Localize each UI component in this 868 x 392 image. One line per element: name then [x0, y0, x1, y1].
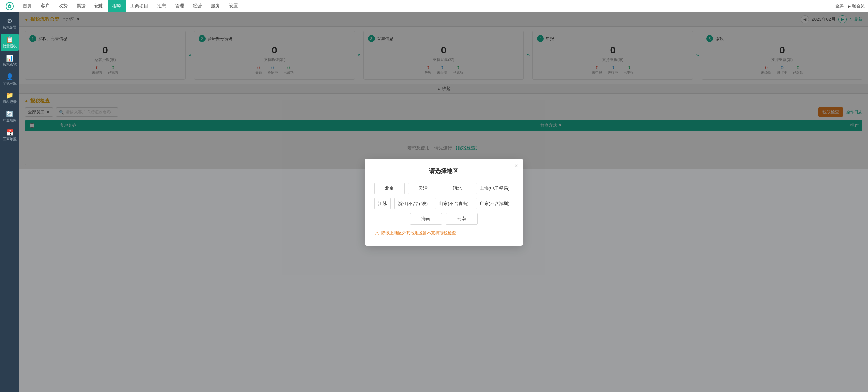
nav-item-tax[interactable]: 报税: [108, 0, 126, 12]
reconcile-icon: 🔄: [6, 111, 13, 117]
fullscreen-label: 全屏: [835, 3, 844, 9]
nav-item-service[interactable]: 服务: [207, 0, 224, 12]
region-button-hebei[interactable]: 河北: [442, 183, 472, 194]
region-button-zhejiang[interactable]: 浙江(不含宁波): [394, 198, 432, 209]
region-button-hainan[interactable]: 海南: [410, 213, 442, 225]
region-button-jiangsu[interactable]: 江苏: [374, 198, 391, 209]
tax-settings-icon: ⚙: [7, 18, 12, 24]
sidebar-label-tax-records: 报税记录: [3, 100, 17, 104]
logo: ✿: [3, 0, 16, 12]
warning-text: 除以上地区外其他地区暂不支持报税检查！: [381, 230, 460, 236]
top-nav-right: ⛶ 全屏 ▶ 畅会员: [830, 3, 865, 9]
nav-items: 首页 客户 收费 票据 记账 报税 工商项目 汇息 管理 经营 服务 设置: [19, 0, 830, 12]
nav-item-accounts[interactable]: 记账: [90, 0, 108, 12]
sidebar-item-self-tax[interactable]: 👤 个税申报: [1, 71, 19, 88]
batch-tax-icon: 📋: [6, 37, 13, 43]
sidebar-item-tax-settings[interactable]: ⚙ 报税设置: [1, 15, 19, 32]
region-button-yunnan[interactable]: 云南: [446, 213, 478, 225]
region-select-modal: × 请选择地区 北京 天津 河北 上海(电子税局) 江苏 浙江(不含宁波) 山东…: [365, 159, 523, 246]
region-grid-row1: 北京 天津 河北 上海(电子税局): [374, 183, 513, 194]
content-area: ● 报税流程总览 全地区 ▼ ◀ 2023年02月 ▶ ↻ 刷新: [19, 12, 868, 392]
sidebar-label-self-tax: 个税申报: [3, 81, 17, 85]
warning-icon: ⚠: [375, 230, 379, 236]
fullscreen-icon: ⛶: [830, 4, 834, 9]
member-button[interactable]: ▶ 畅会员: [848, 3, 865, 9]
sidebar-item-annual-report[interactable]: 📅 工商年报: [1, 127, 19, 144]
modal-title: 请选择地区: [374, 167, 513, 175]
nav-item-finance[interactable]: 经营: [189, 0, 206, 12]
region-button-shanghai[interactable]: 上海(电子税局): [476, 183, 513, 194]
region-button-beijing[interactable]: 北京: [374, 183, 405, 194]
logo-icon: ✿: [6, 2, 14, 10]
sidebar-item-batch-tax[interactable]: 📋 批量报税: [1, 34, 19, 51]
region-grid-row3: 海南 云南: [374, 213, 513, 225]
top-nav: ✿ 首页 客户 收费 票据 记账 报税 工商项目 汇息 管理 经营 服务 设置 …: [0, 0, 868, 12]
main-layout: ⚙ 报税设置 📋 批量报税 📊 报税总览 👤 个税申报 📁 报税记录 🔄 汇算清…: [0, 12, 868, 392]
nav-item-invoice[interactable]: 票据: [72, 0, 90, 12]
sidebar-item-reconcile[interactable]: 🔄 汇算清缴: [1, 108, 19, 125]
nav-item-industry[interactable]: 工商项目: [126, 0, 152, 12]
sidebar-label-tax-overview: 报税总览: [3, 63, 17, 67]
sidebar-item-tax-overview[interactable]: 📊 报税总览: [1, 52, 19, 70]
modal-close-button[interactable]: ×: [515, 163, 518, 169]
annual-report-icon: 📅: [6, 130, 13, 136]
nav-item-home[interactable]: 首页: [19, 0, 36, 12]
region-button-shandong[interactable]: 山东(不含青岛): [435, 198, 472, 209]
tax-records-icon: 📁: [6, 92, 13, 99]
sidebar-label-batch-tax: 批量报税: [3, 44, 17, 48]
nav-item-billing[interactable]: 收费: [54, 0, 72, 12]
member-label: 畅会员: [852, 3, 865, 9]
nav-item-client[interactable]: 客户: [37, 0, 54, 12]
member-icon: ▶: [848, 4, 851, 9]
self-tax-icon: 👤: [6, 74, 13, 80]
modal-warning: ⚠ 除以上地区外其他地区暂不支持报税检查！: [374, 230, 513, 236]
modal-overlay: × 请选择地区 北京 天津 河北 上海(电子税局) 江苏 浙江(不含宁波) 山东…: [19, 12, 868, 392]
sidebar-label-reconcile: 汇算清缴: [3, 118, 17, 123]
sidebar-item-tax-records[interactable]: 📁 报税记录: [1, 90, 19, 107]
fullscreen-button[interactable]: ⛶ 全屏: [830, 3, 844, 9]
sidebar-label-tax-settings: 报税设置: [3, 25, 17, 30]
sidebar-label-annual-report: 工商年报: [3, 137, 17, 141]
region-button-tianjin[interactable]: 天津: [408, 183, 438, 194]
sidebar: ⚙ 报税设置 📋 批量报税 📊 报税总览 👤 个税申报 📁 报税记录 🔄 汇算清…: [0, 12, 19, 392]
region-button-guangdong[interactable]: 广东(不含深圳): [476, 198, 513, 209]
nav-item-manage[interactable]: 管理: [171, 0, 188, 12]
nav-item-info[interactable]: 汇息: [153, 0, 170, 12]
nav-item-settings[interactable]: 设置: [225, 0, 242, 12]
region-grid-row2: 江苏 浙江(不含宁波) 山东(不含青岛) 广东(不含深圳): [374, 198, 513, 209]
tax-overview-icon: 📊: [6, 55, 13, 61]
